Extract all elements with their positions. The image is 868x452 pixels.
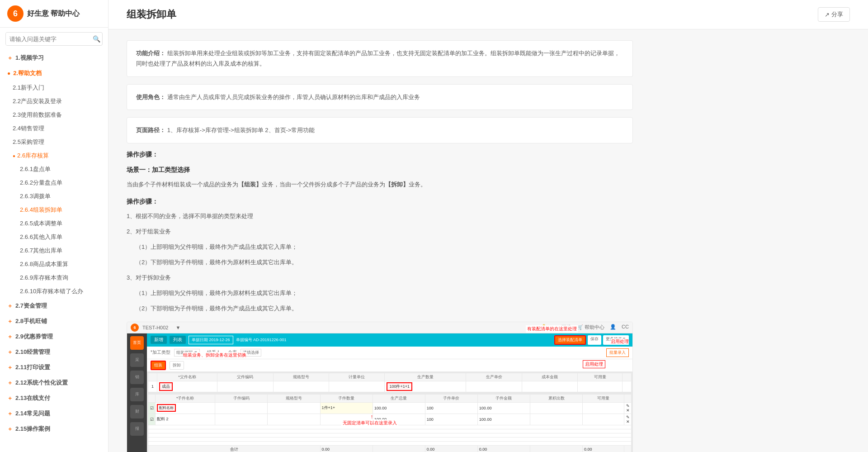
path-label: 页面路径： [136,127,165,133]
path-text: 1、库存核算->库存管理->组装拆卸单 2、首页->常用功能 [167,127,315,133]
content-area: 功能介绍： 组装拆卸单用来处理企业组装或拆卸等加工业务，支持有固定装配清单的产品… [108,29,651,452]
function-intro-text: 组装拆卸单用来处理企业组装或拆卸等加工业务，支持有固定装配清单的产品加工业务，也… [136,50,620,67]
mini-test-id: TEST-H002 [142,325,168,330]
annotation-enable: 启用处理 [611,338,629,345]
scene1-title: 场景一：加工类型选择 [127,166,633,174]
mini-tab-list: 列表 [170,336,186,344]
scene1-desc: 当由多个子件材料组装成一个成品的业务为【组装】业务，当由一个父件拆分成多个子产品… [127,179,633,190]
sidebar-item-other-out[interactable]: 2.6.7其他出库单 [0,244,108,257]
annotation-manual-entry: 无固定清单可以在这里录入 [341,419,398,427]
mini-home-icon: 首页 [130,336,144,350]
sidebar-item-video-label: 1.视频学习 [15,54,44,62]
screenshot-inner: 6 TEST-H002 ▼ 🔔 App下载 🛒 帮助中心 👤 CC 首页 [127,322,632,452]
sidebar-header: 6 好生意 帮助中心 [0,0,108,28]
plus-icon-6: ＋ [7,364,13,371]
sidebar-item-cost-reset[interactable]: 2.6.8商品成本重算 [0,257,108,271]
mini-bottom-table: *子件名称 子件编码 规格型号 子件数量 生产总量 子件单价 子件金额 累积出数 [148,394,632,452]
mini-icon-sidebar: 首页 采 销 库 财 报 [127,333,147,452]
sidebar-item-stocktake[interactable]: 2.6.1盘点单 [0,162,108,176]
mini-tab-new: 新增 [151,336,167,344]
sidebar-item-print[interactable]: ＋ 2.11打印设置 [0,360,108,375]
sidebar-item-adjust[interactable]: 2.6.3调拨单 [0,190,108,203]
annotation-arrow-up: ↑ [370,414,373,420]
sidebar-item-assembly[interactable]: 2.6.4组装拆卸单 [0,203,108,217]
sidebar: 6 好生意 帮助中心 🔍 ＋ 1.视频学习 ● 2.帮助文档 2.1新手入门 2… [0,0,108,452]
mini-select-btn: 选择装配清单 [554,335,586,345]
mini-type-switch: 组装 拆卸 组装业务、拆卸业务在这里切换 启用处理 [147,359,632,372]
plus-icon-8: ＋ [7,395,13,402]
search-input[interactable] [6,33,89,45]
mini-batch-btn: 批量录入 [606,348,629,357]
plus-icon-7: ＋ [7,379,13,387]
path-box: 页面路径： 1、库存核算->库存管理->组装拆卸单 2、首页->常用功能 [127,117,633,143]
mini-body: 首页 采 销 库 财 报 新增 列表 单据日期 2019-12-26 [127,333,632,452]
role-intro-box: 使用角色： 通常由生产人员或库管人员完成拆装业务的操作，库管人员确认原材料的出库… [127,84,633,110]
step-2: 2、对于组装业务 [127,226,633,238]
mini-form-num: 单据编号 AD-20191226-001 [236,337,287,343]
minus-icon: ● [7,70,10,76]
mini-nav-icon-3: 库 [130,388,144,401]
role-label: 使用角色： [136,94,165,100]
sidebar-item-newbie[interactable]: 2.1新手入门 [0,81,108,95]
function-intro-box: 功能介绍： 组装拆卸单用来处理企业组装或拆卸等加工业务，支持有固定装配清单的产品… [127,40,633,77]
sidebar-item-partial-stocktake[interactable]: 2.6.2分量盘点单 [0,176,108,190]
step-3: 3、对于拆卸业务 [127,272,633,284]
sidebar-item-data-prep[interactable]: 2.3使用前数据准备 [0,108,108,122]
mini-dropdown: ▼ [175,325,180,330]
ops-steps-title: 操作步骤： [127,198,633,206]
sidebar-item-purchase[interactable]: 2.5采购管理 [0,135,108,149]
search-bar[interactable]: 🔍 [5,32,103,46]
mini-top-table: *父件名称 父件编码 规格型号 计量单位 生产数量 生产单价 成本金额 可用量 [148,373,632,392]
plus-icon-9: ＋ [7,410,13,418]
step-3-1: （1）上部明细为父件明细，最终作为原材料生成其它出库单； [136,287,633,299]
function-intro-label: 功能介绍： [136,50,165,57]
share-button[interactable]: ↗ 分享 [818,7,850,22]
sidebar-item-cases[interactable]: ＋ 2.15操作案例 [0,421,108,437]
app-logo: 6 [7,5,24,22]
sidebar-item-mobile[interactable]: ＋ 2.8手机旺铺 [0,314,108,329]
mini-save-btn: 保存 [588,335,601,345]
mini-form-date: 单据日期 2019-12-26 [189,336,233,344]
mini-nav-icon-4: 财 [130,405,144,419]
step-2-1: （1）上部明细为父件明细，最终作为产成品生成其它入库单； [136,241,633,253]
step-1: 1、根据不同的业务，选择不同单据的类型来处理 [127,210,633,222]
plus-icon: ＋ [7,54,13,62]
main-header: 组装拆卸单 ↗ 分享 [108,0,868,29]
sidebar-item-coupon[interactable]: ＋ 2.9优惠券管理 [0,329,108,344]
app-title: 好生意 帮助中心 [27,9,80,19]
sidebar-item-personalize[interactable]: ＋ 2.12系统个性化设置 [0,375,108,390]
sidebar-item-account-error[interactable]: 2.6.10库存账本错了么办 [0,285,108,298]
sidebar-item-account-check[interactable]: 2.6.9库存账本查询 [0,271,108,285]
sidebar-item-video[interactable]: ＋ 1.视频学习 [0,50,108,66]
annotation-enable-2: 启用处理 [583,360,605,368]
sidebar-item-inventory[interactable]: ● 2.6库存核算 [0,149,108,162]
mini-nav-icon-5: 报 [130,422,144,436]
sidebar-item-operation[interactable]: ＋ 2.10经营管理 [0,344,108,360]
sidebar-item-docs[interactable]: ● 2.帮助文档 [0,66,108,81]
sidebar-item-other-in[interactable]: 2.6.6其他入库单 [0,230,108,244]
annotation-switch: 组装业务、拆卸业务在这里切换 [183,352,246,358]
step-2-2: （2）下部明细为子件明细，最终作为原材料生成其它出库单。 [136,257,633,268]
nav-list: ＋ 1.视频学习 ● 2.帮助文档 2.1新手入门 2.2产品安装及登录 2.3… [0,50,108,452]
mini-logo: 6 [131,324,139,332]
sidebar-item-online-pay[interactable]: ＋ 2.13在线支付 [0,390,108,406]
plus-icon-10: ＋ [7,425,13,433]
mini-qty-field: 100件+1+1 [387,382,412,391]
plus-icon-4: ＋ [7,333,13,341]
sidebar-item-cost-adjust[interactable]: 2.6.5成本调整单 [0,217,108,230]
page-title: 组装拆卸单 [127,8,176,21]
mini-sub1-name: 配料名称 [157,404,176,412]
sidebar-item-faq[interactable]: ＋ 2.14常见问题 [0,406,108,421]
sidebar-item-capital[interactable]: ＋ 2.7资金管理 [0,298,108,314]
mini-form-area: 新增 列表 单据日期 2019-12-26 单据编号 AD-20191226-0… [147,333,632,452]
operations-title: 操作步骤： [127,151,633,159]
sidebar-item-sales[interactable]: 2.4销售管理 [0,122,108,135]
step-3-2: （2）下部明细为子件明细，最终作为产成品生成其它入库单。 [136,303,633,314]
sidebar-item-install[interactable]: 2.2产品安装及登录 [0,95,108,108]
mini-nav-icon-2: 销 [130,371,144,384]
plus-icon-2: ＋ [7,302,13,310]
plus-icon-5: ＋ [7,348,13,356]
mini-assembly-tab: 组装 [151,361,166,370]
search-icon[interactable]: 🔍 [89,33,103,45]
mini-disassembly-tab: 拆卸 [170,361,184,370]
